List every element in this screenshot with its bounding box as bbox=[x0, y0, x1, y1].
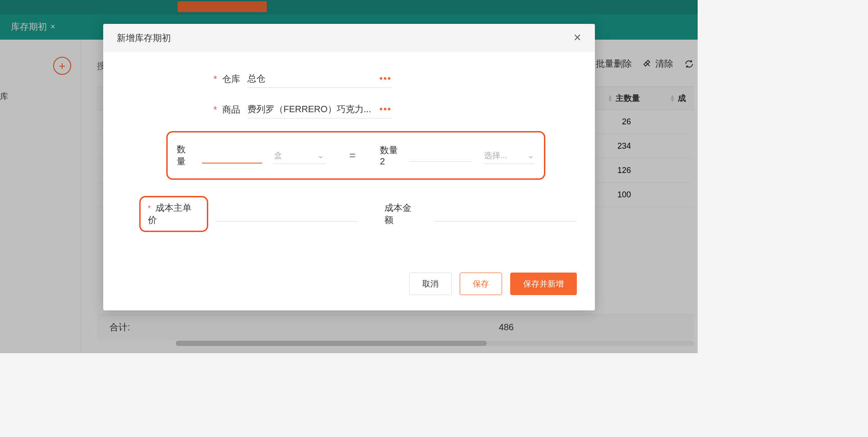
ellipsis-icon[interactable]: ••• bbox=[379, 104, 392, 114]
unit-select[interactable]: 盒 ⌄ bbox=[273, 147, 325, 164]
chevron-down-icon: ⌄ bbox=[527, 150, 534, 160]
form-row-product: * 商品 费列罗（FERRERO）巧克力... ••• bbox=[121, 100, 577, 118]
product-field[interactable]: 费列罗（FERRERO）巧克力... ••• bbox=[247, 100, 392, 118]
cost-unit-input[interactable] bbox=[215, 206, 357, 222]
form-row-warehouse: * 仓库 总仓 ••• bbox=[121, 70, 577, 88]
product-label-text: 商品 bbox=[222, 105, 240, 114]
qty2-label: 数量2 bbox=[380, 144, 398, 167]
cost-unit-highlight-box: * 成本主单价 bbox=[139, 196, 208, 232]
equals-sign: = bbox=[336, 149, 369, 162]
product-label: * 商品 bbox=[171, 104, 247, 116]
modal-add-inventory: 新增库存期初 ✕ * 仓库 总仓 ••• * 商品 费列罗（FERRERO）巧克… bbox=[103, 24, 595, 310]
cost-amount-label: 成本金额 bbox=[384, 202, 427, 226]
ellipsis-icon[interactable]: ••• bbox=[379, 73, 392, 84]
cancel-button[interactable]: 取消 bbox=[409, 273, 452, 295]
modal-body: * 仓库 总仓 ••• * 商品 费列罗（FERRERO）巧克力... ••• … bbox=[103, 52, 595, 264]
warehouse-label-text: 仓库 bbox=[222, 74, 240, 84]
unit-value: 盒 bbox=[274, 150, 282, 161]
required-mark: * bbox=[148, 205, 151, 212]
unit2-select[interactable]: 选择... ⌄ bbox=[483, 147, 535, 164]
qty2-input[interactable] bbox=[409, 149, 472, 162]
modal-title: 新增库存期初 bbox=[117, 32, 171, 44]
warehouse-field[interactable]: 总仓 ••• bbox=[247, 70, 392, 88]
qty-input[interactable] bbox=[202, 148, 262, 164]
cost-amount-item: 成本金额 bbox=[384, 202, 577, 226]
warehouse-label: * 仓库 bbox=[171, 73, 247, 85]
qty-label: 数量 bbox=[177, 143, 191, 168]
chevron-down-icon: ⌄ bbox=[317, 150, 324, 160]
required-mark: * bbox=[214, 105, 217, 114]
save-button[interactable]: 保存 bbox=[460, 273, 502, 295]
cost-unit-label: 成本主单价 bbox=[148, 203, 192, 225]
close-icon[interactable]: ✕ bbox=[573, 32, 581, 44]
modal-footer: 取消 保存 保存并新增 bbox=[103, 264, 595, 310]
modal-header: 新增库存期初 ✕ bbox=[103, 24, 595, 52]
cost-row: * 成本主单价 成本金额 bbox=[121, 196, 577, 232]
warehouse-value: 总仓 bbox=[247, 73, 379, 85]
save-and-new-button[interactable]: 保存并新增 bbox=[510, 273, 577, 295]
cost-amount-input[interactable] bbox=[434, 206, 577, 222]
required-mark: * bbox=[214, 74, 217, 84]
quantity-highlight-box: 数量 盒 ⌄ = 数量2 选择... ⌄ bbox=[166, 131, 545, 180]
cost-unit-item: * 成本主单价 bbox=[139, 196, 357, 232]
product-value: 费列罗（FERRERO）巧克力... bbox=[247, 103, 379, 115]
unit2-placeholder: 选择... bbox=[484, 150, 507, 161]
